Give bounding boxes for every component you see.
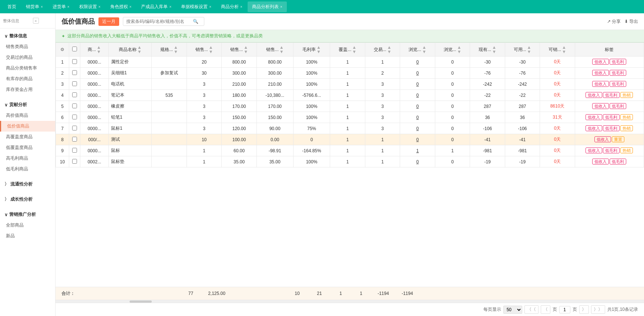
- sidebar-item-traded-goods[interactable]: 交易过的商品: [0, 52, 55, 63]
- cell-checkbox[interactable]: [69, 68, 80, 79]
- cell-checkbox[interactable]: [69, 123, 80, 134]
- nav-close-product-inbound[interactable]: ×: [169, 5, 171, 9]
- page-prev-btn[interactable]: 〈: [541, 305, 550, 314]
- collapse-btn[interactable]: «: [33, 18, 39, 24]
- sidebar-item-high-margin[interactable]: 高毛利商品: [0, 153, 55, 164]
- col-trade[interactable]: 交易...▲▼: [365, 43, 400, 57]
- col-gear[interactable]: ⚙: [56, 43, 69, 57]
- cell-checkbox[interactable]: [69, 156, 80, 167]
- cell-checkbox[interactable]: [69, 57, 80, 68]
- search-box[interactable]: 🔍: [123, 17, 204, 26]
- col-browse1[interactable]: 浏览...▲▼: [400, 43, 435, 57]
- nav-close-list[interactable]: ×: [280, 5, 282, 9]
- nav-close-purchase[interactable]: ×: [67, 5, 70, 9]
- nav-sales[interactable]: 销货单 ×: [21, 1, 47, 12]
- nav-home[interactable]: 首页: [3, 1, 21, 12]
- sidebar-item-sales-goods[interactable]: 销售类商品: [0, 41, 55, 52]
- page-last-btn[interactable]: 〉〉: [591, 305, 605, 314]
- sidebar-group-circulation[interactable]: 〉 流通性分析: [0, 179, 55, 190]
- browse1-link[interactable]: 0: [416, 82, 419, 87]
- cell-br1[interactable]: 0: [400, 90, 435, 101]
- sidebar-item-new-goods[interactable]: 新品: [0, 231, 55, 241]
- filter-button[interactable]: 近一月: [98, 17, 119, 26]
- nav-close-product-analysis[interactable]: ×: [240, 5, 242, 9]
- sidebar-item-low-margin[interactable]: 低毛利商品: [0, 164, 55, 174]
- cell-br1[interactable]: 0: [400, 134, 435, 145]
- col-browse2[interactable]: 浏览...▲▼: [435, 43, 470, 57]
- row-checkbox[interactable]: [72, 148, 77, 153]
- search-input[interactable]: [126, 19, 193, 24]
- export-button[interactable]: ⬇ 导出: [624, 18, 638, 25]
- col-margin[interactable]: 毛利率▲▼: [293, 43, 330, 57]
- cell-br1[interactable]: 0: [400, 79, 435, 90]
- col-sales2[interactable]: 销售...▲▼: [222, 43, 256, 57]
- row-checkbox[interactable]: [72, 115, 77, 119]
- page-first-btn[interactable]: 〈〈: [524, 305, 539, 314]
- col-sales3[interactable]: 销售...▲▼: [256, 43, 293, 57]
- sidebar-item-category-sales[interactable]: 商品分类销售率: [0, 63, 55, 74]
- cell-br1[interactable]: 0: [400, 101, 435, 112]
- gear-icon[interactable]: ⚙: [60, 47, 64, 52]
- cell-br1[interactable]: 0: [400, 156, 435, 167]
- cell-checkbox[interactable]: [69, 101, 80, 112]
- cell-checkbox[interactable]: [69, 90, 80, 101]
- row-checkbox[interactable]: [72, 137, 77, 142]
- cell-br1[interactable]: 0: [400, 57, 435, 68]
- browse1-link[interactable]: 0: [416, 115, 419, 120]
- sidebar-group-marketing[interactable]: ∨ 营销推广分析: [0, 209, 55, 220]
- row-checkbox[interactable]: [72, 126, 77, 130]
- sidebar-group-overall[interactable]: ∨ 整体信息: [0, 31, 55, 41]
- cell-br1[interactable]: 0: [400, 123, 435, 134]
- sidebar-item-low-coverage[interactable]: 低覆盖度商品: [0, 142, 55, 153]
- row-checkbox[interactable]: [72, 159, 77, 164]
- share-button[interactable]: ↗ 分享: [607, 18, 621, 25]
- row-checkbox[interactable]: [72, 70, 77, 75]
- row-checkbox[interactable]: [72, 103, 77, 108]
- cell-br1[interactable]: 0: [400, 68, 435, 79]
- col-spec[interactable]: 规格...▲▼: [152, 43, 187, 57]
- cell-checkbox[interactable]: [69, 112, 80, 123]
- browse1-link[interactable]: 0: [416, 104, 419, 109]
- col-current[interactable]: 现有...▲▼: [470, 43, 505, 57]
- sidebar-item-high-coverage[interactable]: 高覆盖度商品: [0, 132, 55, 142]
- nav-close-template[interactable]: ×: [209, 5, 211, 9]
- nav-purchase[interactable]: 进货单 ×: [48, 1, 74, 12]
- nav-close-role[interactable]: ×: [130, 5, 132, 9]
- cell-br1[interactable]: 0: [400, 112, 435, 123]
- browse1-link[interactable]: 0: [416, 60, 419, 65]
- col-code[interactable]: 商...▲▼: [80, 43, 109, 57]
- nav-product-analysis[interactable]: 商品分析 ×: [217, 1, 247, 12]
- cell-checkbox[interactable]: [69, 145, 80, 156]
- sidebar-item-all-goods[interactable]: 全部商品: [0, 220, 55, 231]
- nav-role[interactable]: 角色授权 ×: [106, 1, 136, 12]
- sidebar-item-high-value[interactable]: 高价值商品: [0, 110, 55, 121]
- browse1-link[interactable]: 0: [416, 126, 419, 131]
- per-page-select[interactable]: 50 100 200: [503, 306, 522, 314]
- nav-product-analysis-list[interactable]: 商品分析列表 ×: [248, 1, 287, 12]
- col-name[interactable]: 商品名称▲▼: [109, 43, 152, 57]
- col-sales1[interactable]: 销售...▲▼: [187, 43, 221, 57]
- row-checkbox[interactable]: [72, 81, 77, 86]
- browse1-link[interactable]: 0: [416, 137, 419, 142]
- col-available[interactable]: 可用...▲▼: [505, 43, 540, 57]
- nav-close-sales[interactable]: ×: [41, 5, 43, 9]
- cell-br1[interactable]: 1: [400, 145, 435, 156]
- cell-checkbox[interactable]: [69, 79, 80, 90]
- col-sellable[interactable]: 可销...▲▼: [540, 43, 575, 57]
- browse1-link[interactable]: 1: [416, 148, 419, 153]
- sidebar-item-low-value[interactable]: 低价值商品: [0, 121, 55, 132]
- nav-permission[interactable]: 权限设置 ×: [75, 1, 105, 12]
- browse1-link[interactable]: 0: [416, 71, 419, 76]
- cell-checkbox[interactable]: [69, 134, 80, 145]
- search-icon[interactable]: 🔍: [193, 19, 198, 24]
- nav-template[interactable]: 单据模板设置 ×: [177, 1, 216, 12]
- nav-close-permission[interactable]: ×: [98, 5, 101, 9]
- page-next-btn[interactable]: 〉: [579, 305, 589, 314]
- sidebar-group-contribution[interactable]: ∨ 贡献分析: [0, 99, 55, 110]
- browse1-link[interactable]: 0: [416, 93, 419, 98]
- scrollbar-area[interactable]: [56, 300, 644, 303]
- sidebar-group-growth[interactable]: 〉 成长性分析: [0, 194, 55, 205]
- col-coverage[interactable]: 覆盖...▲▼: [330, 43, 365, 57]
- sidebar-item-inventory-capital[interactable]: 库存资金占用: [0, 84, 55, 95]
- select-all-checkbox[interactable]: [72, 47, 77, 51]
